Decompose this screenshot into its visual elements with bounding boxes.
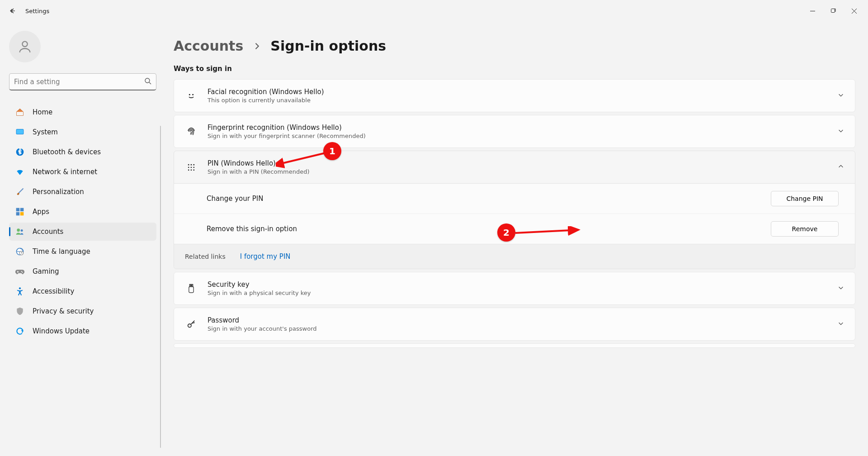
- option-subtitle: Sign in with your account's password: [208, 325, 838, 332]
- option-card-securitykey: Security key Sign in with a physical sec…: [174, 272, 855, 305]
- svg-point-24: [193, 166, 195, 168]
- option-subtitle: Sign in with a PIN (Recommended): [208, 168, 838, 175]
- svg-point-16: [19, 287, 21, 289]
- sidebar-item-update[interactable]: Windows Update: [9, 322, 156, 340]
- sidebar-item-label: Network & internet: [33, 168, 97, 176]
- maximize-button[interactable]: [823, 4, 844, 18]
- sidebar-item-label: Gaming: [33, 267, 59, 276]
- svg-point-19: [188, 164, 189, 165]
- svg-rect-8: [16, 212, 20, 216]
- option-title: Facial recognition (Windows Hello): [208, 88, 838, 96]
- svg-rect-33: [192, 285, 192, 285]
- option-title: Security key: [208, 280, 838, 289]
- sidebar-item-privacy[interactable]: Privacy & security: [9, 302, 156, 320]
- minimize-button[interactable]: [802, 4, 823, 18]
- accounts-icon: [14, 226, 25, 237]
- svg-point-34: [188, 324, 191, 327]
- option-card-face: Facial recognition (Windows Hello) This …: [174, 79, 855, 112]
- chevron-down-icon: [838, 127, 844, 136]
- sidebar-item-time[interactable]: Time & language: [9, 242, 156, 261]
- section-title: Ways to sign in: [174, 65, 855, 73]
- brush-icon: [14, 186, 25, 197]
- face-icon: [185, 91, 198, 101]
- content-area: Accounts Sign-in options Ways to sign in…: [163, 22, 868, 456]
- sidebar-item-gaming[interactable]: Gaming: [9, 262, 156, 280]
- svg-rect-4: [17, 129, 24, 134]
- pin-change-label: Change your PIN: [207, 195, 263, 203]
- search-box[interactable]: [9, 73, 156, 90]
- breadcrumb-current: Sign-in options: [270, 38, 386, 54]
- usb-key-icon: [185, 284, 198, 294]
- svg-point-2: [145, 78, 150, 83]
- option-title: Password: [208, 316, 838, 324]
- sidebar-item-label: Bluetooth & devices: [33, 148, 101, 156]
- sidebar-item-personalization[interactable]: Personalization: [9, 183, 156, 201]
- chevron-right-icon: [252, 42, 261, 51]
- sidebar-item-label: Accounts: [33, 228, 63, 236]
- remove-pin-button[interactable]: Remove: [771, 221, 839, 237]
- svg-rect-6: [16, 208, 20, 212]
- svg-point-1: [22, 42, 27, 47]
- fingerprint-icon: [185, 127, 198, 137]
- svg-point-27: [193, 169, 195, 171]
- svg-rect-31: [189, 286, 193, 292]
- option-header-fingerprint[interactable]: Fingerprint recognition (Windows Hello) …: [174, 115, 855, 147]
- sidebar-scrollbar[interactable]: [160, 126, 161, 448]
- sidebar-item-label: Windows Update: [33, 327, 90, 335]
- svg-rect-32: [190, 285, 191, 285]
- svg-point-22: [188, 166, 189, 168]
- sidebar-item-label: System: [33, 128, 58, 136]
- sidebar-item-bluetooth[interactable]: Bluetooth & devices: [9, 143, 156, 161]
- forgot-pin-link[interactable]: I forgot my PIN: [240, 252, 291, 261]
- sidebar-item-apps[interactable]: Apps: [9, 203, 156, 221]
- sidebar-item-label: Accessibility: [33, 287, 74, 295]
- option-card-fingerprint: Fingerprint recognition (Windows Hello) …: [174, 115, 855, 148]
- key-icon: [185, 319, 198, 329]
- chevron-up-icon: [838, 163, 844, 171]
- option-subtitle: This option is currently unavailable: [208, 97, 838, 104]
- option-header-securitykey[interactable]: Security key Sign in with a physical sec…: [174, 272, 855, 304]
- breadcrumb-parent[interactable]: Accounts: [174, 38, 243, 54]
- maximize-icon: [831, 9, 836, 14]
- search-input[interactable]: [14, 78, 144, 86]
- svg-point-15: [22, 272, 23, 273]
- option-header-password[interactable]: Password Sign in with your account's pas…: [174, 308, 855, 340]
- sidebar-item-network[interactable]: Network & internet: [9, 163, 156, 181]
- svg-point-10: [17, 228, 20, 232]
- sidebar-item-label: Home: [33, 108, 52, 116]
- svg-rect-7: [20, 208, 24, 212]
- sidebar-item-home[interactable]: Home: [9, 103, 156, 121]
- minimize-icon: [810, 9, 815, 14]
- option-header-face[interactable]: Facial recognition (Windows Hello) This …: [174, 80, 855, 112]
- chevron-down-icon: [838, 91, 844, 100]
- apps-icon: [14, 206, 25, 217]
- close-button[interactable]: [844, 4, 864, 18]
- gaming-icon: [14, 266, 25, 277]
- shield-icon: [14, 306, 25, 317]
- option-card-password: Password Sign in with your account's pas…: [174, 308, 855, 341]
- sidebar-item-accounts[interactable]: Accounts: [9, 223, 156, 241]
- sidebar-item-label: Personalization: [33, 188, 84, 196]
- change-pin-button[interactable]: Change PIN: [771, 191, 839, 206]
- wifi-icon: [14, 166, 25, 177]
- option-title: Fingerprint recognition (Windows Hello): [208, 124, 838, 132]
- svg-point-17: [189, 94, 190, 95]
- pin-remove-row: Remove this sign-in option Remove: [174, 214, 855, 244]
- chevron-down-icon: [838, 284, 844, 293]
- svg-point-25: [188, 169, 189, 171]
- pin-related-row: Related links I forgot my PIN: [174, 244, 855, 269]
- option-card-pin: PIN (Windows Hello) Sign in with a PIN (…: [174, 151, 855, 269]
- option-header-next[interactable]: [174, 344, 855, 347]
- svg-point-18: [192, 94, 193, 95]
- sidebar-item-system[interactable]: System: [9, 123, 156, 141]
- svg-point-11: [21, 229, 23, 232]
- option-header-pin[interactable]: PIN (Windows Hello) Sign in with a PIN (…: [174, 151, 855, 184]
- avatar[interactable]: [9, 31, 41, 62]
- title-bar: Settings: [0, 0, 868, 22]
- svg-point-23: [191, 166, 192, 168]
- option-card-next: [174, 343, 855, 348]
- sidebar-item-label: Time & language: [33, 247, 90, 256]
- sidebar-item-accessibility[interactable]: Accessibility: [9, 282, 156, 300]
- back-button[interactable]: [4, 2, 22, 20]
- person-icon: [17, 39, 33, 54]
